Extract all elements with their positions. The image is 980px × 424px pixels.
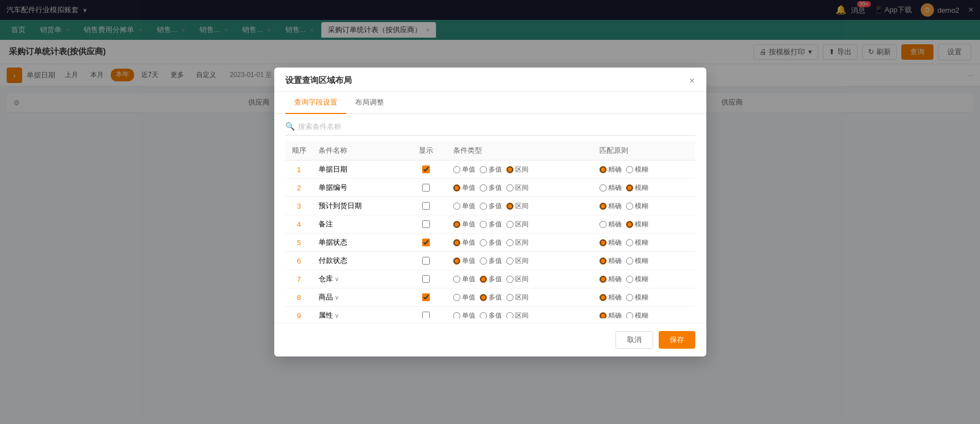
match-exact-radio[interactable]: 精确 bbox=[599, 201, 622, 211]
type-single-radio[interactable]: 单值 bbox=[453, 238, 475, 247]
display-checkbox[interactable] bbox=[422, 166, 430, 173]
row-order: 2 bbox=[285, 179, 313, 197]
type-range-radio[interactable]: 区间 bbox=[506, 165, 529, 174]
row-order: 9 bbox=[285, 307, 313, 319]
row-condition-type: 单值 多值 区间 bbox=[448, 288, 594, 307]
match-fuzzy-radio[interactable]: 模糊 bbox=[626, 275, 648, 284]
match-exact-radio[interactable]: 精确 bbox=[599, 311, 622, 319]
row-order: 6 bbox=[285, 252, 313, 270]
row-order: 7 bbox=[285, 270, 313, 288]
type-range-radio[interactable]: 区间 bbox=[506, 220, 529, 229]
type-range-radio[interactable]: 区间 bbox=[506, 256, 529, 266]
row-condition-type: 单值 多值 区间 bbox=[448, 161, 594, 179]
tab-query-fields[interactable]: 查询字段设置 bbox=[285, 92, 346, 114]
dialog: 设置查询区域布局 × 查询字段设置 布局调整 🔍 顺序 条件名称 bbox=[274, 68, 706, 356]
table-row: 3预计到货日期 单值 多值 区间 精确 模糊 bbox=[285, 197, 695, 215]
row-match-rule: 精确 模糊 bbox=[594, 270, 695, 288]
match-fuzzy-radio[interactable]: 模糊 bbox=[626, 256, 648, 266]
row-match-rule: 精确 模糊 bbox=[594, 197, 695, 215]
tab-layout-adjust[interactable]: 布局调整 bbox=[346, 92, 393, 114]
type-multi-radio[interactable]: 多值 bbox=[480, 238, 502, 247]
display-checkbox[interactable] bbox=[422, 184, 430, 192]
row-match-rule: 精确 模糊 bbox=[594, 307, 695, 319]
match-fuzzy-radio[interactable]: 模糊 bbox=[626, 201, 648, 211]
type-range-radio[interactable]: 区间 bbox=[506, 275, 529, 284]
table-row: 8商品 ∨ 单值 多值 区间 精确 模糊 bbox=[285, 288, 695, 307]
type-range-radio[interactable]: 区间 bbox=[506, 183, 529, 193]
type-single-radio[interactable]: 单值 bbox=[453, 293, 475, 302]
display-checkbox[interactable] bbox=[422, 293, 430, 301]
display-checkbox[interactable] bbox=[422, 257, 430, 265]
row-match-rule: 精确 模糊 bbox=[594, 252, 695, 270]
match-fuzzy-radio[interactable]: 模糊 bbox=[626, 293, 648, 302]
display-checkbox[interactable] bbox=[422, 202, 430, 210]
search-input[interactable] bbox=[298, 122, 695, 131]
dialog-title: 设置查询区域布局 bbox=[285, 75, 352, 86]
type-single-radio[interactable]: 单值 bbox=[453, 311, 475, 319]
display-checkbox[interactable] bbox=[422, 220, 430, 228]
type-single-radio[interactable]: 单值 bbox=[453, 220, 475, 229]
row-condition-type: 单值 多值 区间 bbox=[448, 270, 594, 288]
row-display bbox=[404, 307, 448, 319]
dialog-close-btn[interactable]: × bbox=[689, 76, 695, 86]
chevron-down-icon[interactable]: ∨ bbox=[335, 312, 339, 319]
row-display bbox=[404, 270, 448, 288]
chevron-down-icon[interactable]: ∨ bbox=[335, 276, 339, 283]
match-exact-radio[interactable]: 精确 bbox=[599, 165, 622, 174]
save-button[interactable]: 保存 bbox=[659, 331, 695, 349]
type-multi-radio[interactable]: 多值 bbox=[480, 275, 502, 284]
table-row: 9属性 ∨ 单值 多值 区间 精确 模糊 bbox=[285, 307, 695, 319]
display-checkbox[interactable] bbox=[422, 239, 430, 246]
display-checkbox[interactable] bbox=[422, 275, 430, 283]
type-multi-radio[interactable]: 多值 bbox=[480, 165, 502, 174]
row-match-rule: 精确 模糊 bbox=[594, 161, 695, 179]
row-condition-type: 单值 多值 区间 bbox=[448, 307, 594, 319]
row-match-rule: 精确 模糊 bbox=[594, 234, 695, 252]
settings-table: 顺序 条件名称 显示 条件类型 匹配原则 1单据日期 单值 多值 bbox=[285, 141, 695, 318]
match-exact-radio[interactable]: 精确 bbox=[599, 275, 622, 284]
type-single-radio[interactable]: 单值 bbox=[453, 201, 475, 211]
match-fuzzy-radio[interactable]: 模糊 bbox=[626, 183, 648, 193]
type-multi-radio[interactable]: 多值 bbox=[480, 256, 502, 266]
match-exact-radio[interactable]: 精确 bbox=[599, 256, 622, 266]
type-single-radio[interactable]: 单值 bbox=[453, 183, 475, 193]
row-condition-name: 单据日期 bbox=[313, 161, 405, 179]
row-condition-name: 仓库 ∨ bbox=[313, 270, 405, 288]
type-multi-radio[interactable]: 多值 bbox=[480, 201, 502, 211]
type-multi-radio[interactable]: 多值 bbox=[480, 220, 502, 229]
chevron-down-icon[interactable]: ∨ bbox=[335, 294, 339, 301]
dialog-header: 设置查询区域布局 × bbox=[274, 68, 706, 92]
type-range-radio[interactable]: 区间 bbox=[506, 311, 529, 319]
type-multi-radio[interactable]: 多值 bbox=[480, 293, 502, 302]
row-order: 1 bbox=[285, 161, 313, 179]
row-order: 5 bbox=[285, 234, 313, 252]
row-condition-type: 单值 多值 区间 bbox=[448, 215, 594, 234]
type-range-radio[interactable]: 区间 bbox=[506, 238, 529, 247]
table-row: 1单据日期 单值 多值 区间 精确 模糊 bbox=[285, 161, 695, 179]
modal-overlay: 设置查询区域布局 × 查询字段设置 布局调整 🔍 顺序 条件名称 bbox=[0, 0, 980, 424]
display-checkbox[interactable] bbox=[422, 312, 430, 318]
type-single-radio[interactable]: 单值 bbox=[453, 275, 475, 284]
match-fuzzy-radio[interactable]: 模糊 bbox=[626, 220, 648, 229]
match-fuzzy-radio[interactable]: 模糊 bbox=[626, 238, 648, 247]
dialog-footer: 取消 保存 bbox=[274, 323, 706, 356]
col-order: 顺序 bbox=[285, 141, 313, 161]
match-exact-radio[interactable]: 精确 bbox=[599, 183, 622, 193]
row-display bbox=[404, 252, 448, 270]
type-multi-radio[interactable]: 多值 bbox=[480, 311, 502, 319]
cancel-button[interactable]: 取消 bbox=[615, 331, 653, 349]
type-multi-radio[interactable]: 多值 bbox=[480, 183, 502, 193]
type-single-radio[interactable]: 单值 bbox=[453, 256, 475, 266]
type-single-radio[interactable]: 单值 bbox=[453, 165, 475, 174]
settings-table-scroll[interactable]: 顺序 条件名称 显示 条件类型 匹配原则 1单据日期 单值 多值 bbox=[285, 141, 695, 318]
row-order: 4 bbox=[285, 215, 313, 234]
match-fuzzy-radio[interactable]: 模糊 bbox=[626, 165, 648, 174]
type-range-radio[interactable]: 区间 bbox=[506, 293, 529, 302]
match-fuzzy-radio[interactable]: 模糊 bbox=[626, 311, 648, 319]
match-exact-radio[interactable]: 精确 bbox=[599, 238, 622, 247]
row-display bbox=[404, 215, 448, 234]
type-range-radio[interactable]: 区间 bbox=[506, 201, 529, 211]
row-display bbox=[404, 288, 448, 307]
match-exact-radio[interactable]: 精确 bbox=[599, 293, 622, 302]
match-exact-radio[interactable]: 精确 bbox=[599, 220, 622, 229]
